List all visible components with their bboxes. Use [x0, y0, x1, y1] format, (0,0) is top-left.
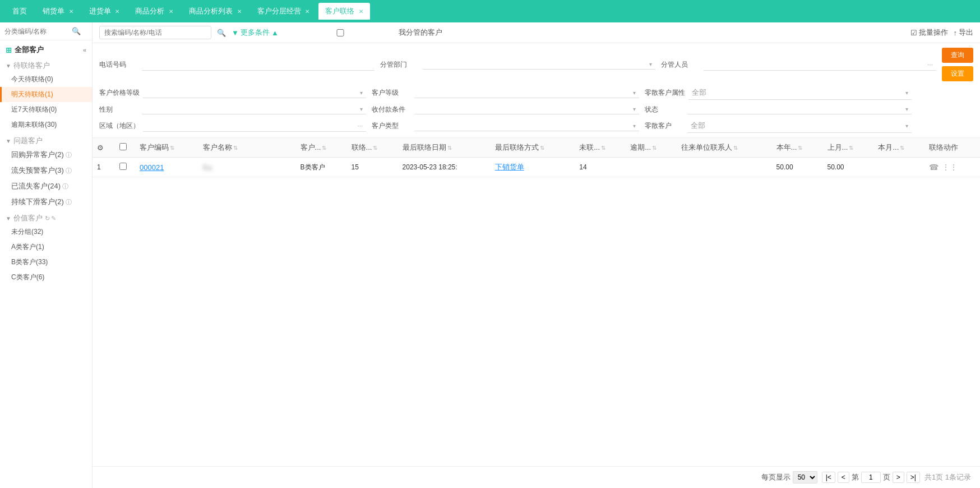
nav-customer-tier[interactable]: 客户分层经营 ✕	[251, 3, 317, 20]
unit-contact-name	[681, 163, 697, 172]
customer-type-select[interactable]: ▾	[414, 121, 639, 131]
row-checkbox[interactable]	[119, 163, 127, 170]
ellipsis-icon[interactable]: ···	[927, 61, 933, 68]
sort-icon-year[interactable]: ⇅	[798, 145, 802, 151]
chevron-down-icon-2: ▾	[360, 90, 363, 96]
filter-actions: 查询 设置	[942, 48, 973, 81]
collapse-icon[interactable]: «	[83, 47, 86, 53]
sort-icon-unit[interactable]: ⇅	[733, 145, 738, 151]
sidebar-item-churn-warning[interactable]: 流失预警客户(3) ⓘ	[0, 163, 92, 178]
close-product-analysis-list-icon[interactable]: ✕	[237, 8, 242, 15]
phone-label: 电话号码	[99, 60, 138, 70]
my-customers-checkbox[interactable]	[284, 29, 396, 36]
filter-row-3: 性别 ▾ 收付款条件 ▾ 状态	[99, 104, 973, 114]
customer-name[interactable]: Ea	[203, 163, 212, 172]
gender-select[interactable]: ▾	[142, 104, 366, 114]
query-button[interactable]: 查询	[942, 48, 973, 63]
search-input[interactable]	[99, 26, 211, 39]
select-all-checkbox[interactable]	[119, 143, 127, 150]
settings-icon[interactable]: ⚙	[97, 144, 104, 152]
table-header-row: ⚙ 客户编码 ⇅ 客户名称	[93, 138, 980, 158]
close-customer-contact-icon[interactable]: ✕	[359, 8, 363, 15]
advanced-filter-panel: 电话号码 分管部门 ▾ 分管人员 ···	[93, 43, 980, 138]
sidebar-item-type-b[interactable]: B类客户(33)	[0, 255, 92, 270]
nav-product-analysis[interactable]: 商品分析 ✕	[128, 3, 180, 20]
nav-home[interactable]: 首页	[6, 3, 34, 20]
cell-code: 000021	[135, 158, 198, 177]
nav-sales-order[interactable]: 销货单 ✕	[36, 3, 80, 20]
group-pending-contact[interactable]: ▼ 待联络客户	[0, 57, 92, 72]
per-page-select[interactable]: 50	[793, 471, 817, 484]
sort-icon-contact[interactable]: ⇅	[373, 145, 377, 151]
sort-icon-overdue[interactable]: ⇅	[652, 145, 657, 151]
close-purchase-order-icon[interactable]: ✕	[115, 8, 119, 15]
export-btn[interactable]: ↑ 导出	[954, 27, 974, 38]
sort-icon-no-contact[interactable]: ⇅	[601, 145, 605, 151]
refresh-icon[interactable]: ↻	[45, 215, 50, 222]
last-page-btn[interactable]: >|	[907, 472, 920, 483]
contact-action-icon[interactable]: ☎	[929, 163, 939, 172]
nav-product-analysis-list[interactable]: 商品分析列表 ✕	[182, 3, 248, 20]
sort-icon-type[interactable]: ⇅	[322, 145, 326, 151]
sidebar-item-repurchase-anomaly[interactable]: 回购异常客户(2) ⓘ	[0, 147, 92, 163]
more-action-icon[interactable]: ⋮⋮	[942, 163, 958, 172]
manager-select[interactable]: ···	[704, 59, 936, 71]
region-label: 区域（地区）	[99, 121, 140, 131]
region-select[interactable]: ···	[143, 120, 366, 132]
close-customer-tier-icon[interactable]: ✕	[305, 8, 309, 15]
sidebar-item-declining[interactable]: 持续下滑客户(2) ⓘ	[0, 194, 92, 210]
page-input[interactable]	[861, 472, 881, 483]
search-filter-icon[interactable]: 🔍	[217, 29, 226, 37]
customer-level-select[interactable]: ▾	[414, 88, 639, 98]
edit-icon[interactable]: ✎	[51, 215, 56, 222]
retail-customer-select[interactable]: 全部 ▾	[687, 119, 912, 133]
settings-button[interactable]: 设置	[942, 66, 973, 81]
all-customers-section[interactable]: ⊞ 全部客户 «	[0, 40, 92, 57]
sidebar-item-today-contact[interactable]: 今天待联络(0)	[0, 72, 92, 87]
nav-customer-contact[interactable]: 客户联络 ✕	[318, 3, 370, 20]
retail-attr-field: 零散客户属性 全部 ▾	[645, 86, 912, 100]
retail-customer-field: 零散客户 全部 ▾	[645, 119, 912, 133]
sidebar-search-icon[interactable]: 🔍	[72, 27, 81, 35]
gender-label: 性别	[99, 105, 138, 114]
sort-icon-last-month[interactable]: ⇅	[849, 145, 853, 151]
sort-icon-code[interactable]: ⇅	[170, 145, 174, 151]
batch-operation-btn[interactable]: ☑ 批量操作	[910, 27, 948, 38]
close-product-analysis-icon[interactable]: ✕	[169, 8, 173, 15]
sidebar-item-churned[interactable]: 已流失客户(24) ⓘ	[0, 178, 92, 194]
sort-icon-this-month[interactable]: ⇅	[900, 145, 904, 151]
first-page-btn[interactable]: |<	[822, 472, 835, 483]
status-select[interactable]: ▾	[687, 104, 912, 114]
customer-value-level-select[interactable]: ▾	[143, 88, 366, 98]
table-body: 1 000021 Ea B类客户 15 2023-05-23 18:25: 下销…	[93, 158, 980, 177]
sidebar-item-overdue-contact[interactable]: 逾期未联络(30)	[0, 117, 92, 132]
sidebar-item-7days-contact[interactable]: 近7天待联络(0)	[0, 102, 92, 117]
sidebar-item-ungrouped[interactable]: 未分组(32)	[0, 224, 92, 240]
payment-select[interactable]: ▾	[414, 104, 639, 114]
customer-code-link[interactable]: 000021	[140, 163, 164, 172]
info-icon-2: ⓘ	[62, 183, 68, 190]
group-value-customers[interactable]: ▼ 价值客户 ↻ ✎	[0, 210, 92, 224]
prev-page-btn[interactable]: <	[838, 472, 849, 483]
sidebar-item-type-a[interactable]: A类客户(1)	[0, 240, 92, 255]
sort-icon-name[interactable]: ⇅	[233, 145, 238, 151]
sort-icon-method[interactable]: ⇅	[540, 145, 544, 151]
more-conditions-btn[interactable]: ▼ 更多条件 ▲	[232, 27, 279, 38]
th-last-contact-method: 最后联络方式 ⇅	[491, 138, 575, 158]
my-customers-checkbox-label[interactable]: 我分管的客户	[284, 27, 442, 38]
th-checkbox	[115, 138, 135, 158]
nav-purchase-order[interactable]: 进货单 ✕	[82, 3, 127, 20]
sidebar-item-tomorrow-contact[interactable]: 明天待联络(1)	[0, 87, 92, 102]
group-problem-customers[interactable]: ▼ 问题客户	[0, 132, 92, 147]
filter-bar-right: ☑ 批量操作 ↑ 导出	[910, 27, 974, 38]
sidebar-search-input[interactable]	[4, 27, 72, 35]
retail-attr-select[interactable]: 全部 ▾	[688, 86, 912, 100]
sidebar-item-type-c[interactable]: C类客户(6)	[0, 270, 92, 285]
sort-icon-date[interactable]: ⇅	[447, 145, 452, 151]
next-page-btn[interactable]: >	[893, 472, 904, 483]
department-select[interactable]: ▾	[423, 59, 655, 70]
region-ellipsis-icon[interactable]: ···	[357, 122, 363, 130]
close-sales-order-icon[interactable]: ✕	[69, 8, 73, 15]
contact-method-link[interactable]: 下销货单	[495, 163, 524, 171]
phone-input[interactable]	[142, 59, 375, 71]
